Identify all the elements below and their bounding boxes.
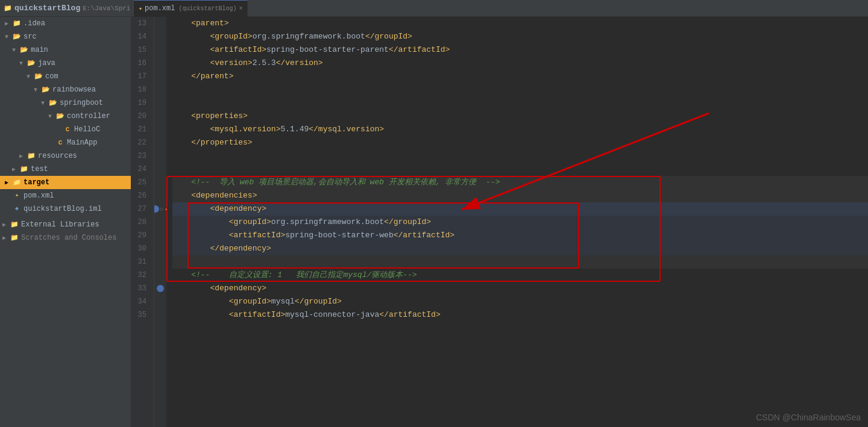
gutter-27: ▷ ◆ xyxy=(154,202,166,216)
line-num-29: 29 xyxy=(131,229,150,242)
iml-icon: ◆ xyxy=(12,204,22,214)
folder-icon: 📂 xyxy=(55,111,65,121)
arrow-icon xyxy=(12,166,19,173)
gutter-19 xyxy=(154,96,166,110)
folder-icon: 📂 xyxy=(34,72,43,81)
arrow-icon xyxy=(2,234,10,242)
editor-main: ✦ pom.xml (quickstartBlog) × 13 14 15 16… xyxy=(131,0,868,427)
code-line-29: <artifactId>spring-boot-starter-web</art… xyxy=(172,229,868,242)
code-line-27: <dependency> xyxy=(172,202,868,216)
code-line-15: <artifactId>spring-boot-starter-parent</… xyxy=(172,43,868,57)
code-line-14: <groupId>org.springframework.boot</group… xyxy=(172,30,868,43)
external-label: External Libraries xyxy=(21,220,99,229)
line-num-23: 23 xyxy=(131,149,150,163)
arrow-icon xyxy=(41,100,48,107)
scratches-label: Scratches and Consoles xyxy=(21,234,116,242)
tab-project: (quickstartBlog) xyxy=(178,5,236,12)
watermark: CSDN @ChinaRainbowSea xyxy=(756,413,861,422)
sidebar-item-com[interactable]: 📂 com xyxy=(0,70,131,83)
gutter-13 xyxy=(154,17,166,30)
code-line-17: </parent> xyxy=(172,70,868,83)
sidebar-item-test[interactable]: 📁 test xyxy=(0,163,131,176)
com-label: com xyxy=(45,72,58,81)
line-num-18: 18 xyxy=(131,83,150,96)
test-label: test xyxy=(31,165,48,173)
idea-label: .idea xyxy=(24,19,45,28)
arrow-icon xyxy=(19,152,27,160)
gutter-26 xyxy=(154,189,166,202)
code-line-25: <!-- 导入 web 项目场景启动器,会自动导入和 web 开发相关依赖, 非… xyxy=(172,176,868,189)
sidebar-item-iml[interactable]: ◆ quickstartBlog.iml xyxy=(0,202,131,216)
tab-label: pom.xml xyxy=(145,4,175,13)
code-editor[interactable]: 13 14 15 16 17 18 19 20 21 22 23 24 25 2… xyxy=(131,17,868,427)
project-icon: 📁 xyxy=(4,4,12,12)
project-name[interactable]: quickstartBlog xyxy=(14,4,80,13)
code-line-28: <groupId>org.springframework.boot</group… xyxy=(172,216,868,229)
sidebar-item-helloc[interactable]: C HelloC xyxy=(0,123,131,136)
folder-icon: 📁 xyxy=(19,164,29,174)
sidebar-item-idea[interactable]: 📁 .idea xyxy=(0,17,131,30)
sidebar-item-controller[interactable]: 📂 controller xyxy=(0,110,131,123)
debug-icon-27[interactable] xyxy=(154,205,159,213)
src-label: src xyxy=(24,33,37,41)
xml-icon: ✦ xyxy=(12,191,22,201)
line-num-19: 19 xyxy=(131,96,150,110)
rainbowsea-label: rainbowsea xyxy=(52,86,96,94)
line-num-24: 24 xyxy=(131,163,150,176)
code-line-30: </dependency> xyxy=(172,242,868,255)
arrow-icon xyxy=(19,60,27,67)
sidebar-item-resources[interactable]: 📁 resources xyxy=(0,149,131,163)
sidebar-item-external[interactable]: 📁 External Libraries xyxy=(0,218,131,231)
sidebar-item-pom[interactable]: ✦ pom.xml xyxy=(0,189,131,202)
tab-close-button[interactable]: × xyxy=(239,5,242,12)
line-numbers: 13 14 15 16 17 18 19 20 21 22 23 24 25 2… xyxy=(131,17,154,427)
arrow-icon xyxy=(5,179,12,186)
sidebar-item-rainbowsea[interactable]: 📂 rainbowsea xyxy=(0,83,131,96)
code-line-33: <dependency> xyxy=(172,282,868,295)
code-line-34: <groupId>mysql</groupId> xyxy=(172,295,868,308)
arrow-icon xyxy=(5,20,12,27)
gutter-21 xyxy=(154,123,166,136)
gutter-18 xyxy=(154,83,166,96)
sidebar-item-src[interactable]: 📂 src xyxy=(0,30,131,43)
arrow-icon xyxy=(2,221,10,228)
sidebar-item-target[interactable]: 📁 target xyxy=(0,176,131,189)
sidebar-item-java[interactable]: 📂 java xyxy=(0,57,131,70)
gutter-20 xyxy=(154,110,166,123)
java-label: java xyxy=(38,59,55,67)
sidebar-item-springboot[interactable]: 📂 springboot xyxy=(0,96,131,110)
folder-icon: 📂 xyxy=(27,58,36,68)
gutter-31 xyxy=(154,255,166,269)
helloc-label: HelloC xyxy=(74,125,100,134)
debug-icon-33[interactable] xyxy=(157,285,164,292)
code-content[interactable]: <parent> <groupId>org.springframework.bo… xyxy=(166,17,868,427)
sidebar: 📁 quickstartBlog E:\Java\SpringBo 📁 .ide… xyxy=(0,0,131,427)
line-num-34: 34 xyxy=(131,295,150,308)
main-label: main xyxy=(31,46,48,54)
code-line-26: <dependencies> xyxy=(172,189,868,202)
line-num-30: 30 xyxy=(131,242,150,255)
code-line-31 xyxy=(172,255,868,269)
line-num-16: 16 xyxy=(131,57,150,70)
gutter-15 xyxy=(154,43,166,57)
springboot-label: springboot xyxy=(60,99,103,107)
tab-pom-xml[interactable]: ✦ pom.xml (quickstartBlog) × xyxy=(134,0,248,17)
sidebar-item-scratches[interactable]: 📁 Scratches and Consoles xyxy=(0,231,131,245)
code-line-13: <parent> xyxy=(172,17,868,30)
line-num-22: 22 xyxy=(131,136,150,149)
line-num-25: 25 xyxy=(131,176,150,189)
sidebar-item-mainapp[interactable]: C MainApp xyxy=(0,136,131,149)
arrow-icon xyxy=(5,34,12,40)
folder-icon: 📁 xyxy=(12,178,22,187)
pom-label: pom.xml xyxy=(24,192,54,200)
bookmark-27: ▷ xyxy=(160,205,164,213)
target-label: target xyxy=(24,178,49,187)
folder-icon: 📁 xyxy=(12,19,22,28)
sidebar-item-main[interactable]: 📂 main xyxy=(0,43,131,57)
code-line-32: <!-- 自定义设置: 1 我们自己指定mysql/驱动版本--> xyxy=(172,269,868,282)
project-path: E:\Java\SpringBo xyxy=(83,5,131,12)
line-num-28: 28 xyxy=(131,216,150,229)
arrow-icon xyxy=(27,73,34,80)
gutter-16 xyxy=(154,57,166,70)
xml-tab-icon: ✦ xyxy=(139,5,142,12)
